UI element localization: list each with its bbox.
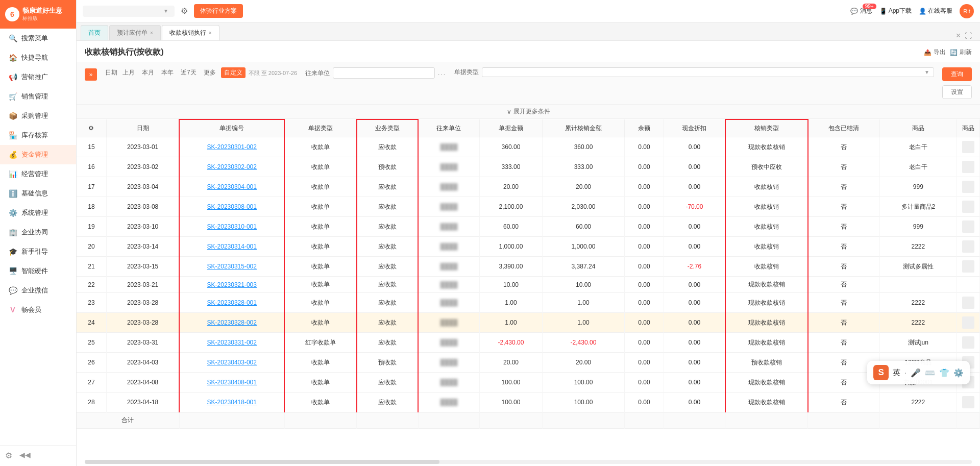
col-partner[interactable]: 往来单位 [418,119,479,137]
cell-sn[interactable]: SK-20230308-001 [179,197,284,217]
filter-last-month[interactable]: 上月 [120,67,137,78]
cell-biztype: 应收款 [357,177,419,197]
sidebar-item-finance[interactable]: 💰 资金管理 [0,145,76,164]
filter-this-month[interactable]: 本月 [140,67,156,78]
floating-widget: S 英 · 🎤 ⌨️ 👕 ⚙️ [867,361,970,384]
col-goods2[interactable]: 商品 [957,119,980,137]
sidebar-item-enterprise[interactable]: 🏢 企业协同 [0,223,76,242]
topbar-search-input[interactable] [87,8,163,15]
col-verifytype[interactable]: 核销类型 [725,119,808,137]
filter-doctype-select[interactable]: ▼ [482,67,934,77]
cell-sn[interactable]: SK-20230321-003 [179,277,284,293]
scrollbar-thumb[interactable] [85,460,439,464]
refresh-button[interactable]: 🔄 刷新 [950,48,972,57]
tab-prepay[interactable]: 预计应付单 × [109,25,161,40]
horizontal-scrollbar[interactable] [85,460,972,464]
sidebar-item-operation[interactable]: 📊 经营管理 [0,164,76,184]
cell-sn[interactable]: SK-20230304-001 [179,177,284,197]
filter-this-year[interactable]: 本年 [159,67,176,78]
table-wrap[interactable]: ⚙ 日期 单据编号 单据类型 业务类型 往来单位 单据金额 累计核销金额 余额 … [77,119,980,460]
topbar-message[interactable]: 💬 消息 99+ [850,7,872,15]
sidebar-item-wechat[interactable]: 💬 企业微信 [0,281,76,300]
sidebar-item-basic[interactable]: ℹ️ 基础信息 [0,184,76,203]
table-row-highlight: 24 2023-03-28 SK-20230328-002 收款单 应收款 ██… [77,313,980,333]
col-discount[interactable]: 现金折扣 [664,119,725,137]
filter-custom[interactable]: 自定义 [221,67,246,78]
mic-icon[interactable]: 🎤 [911,368,921,378]
filter-7days[interactable]: 近7天 [179,67,199,78]
tab-close-all-icon[interactable]: × [956,31,961,40]
tab-verify-close-icon[interactable]: × [209,30,212,36]
setting-button[interactable]: 设置 [942,85,972,99]
cell-sn[interactable]: SK-20230302-002 [179,157,284,177]
cell-amount: 1.00 [479,293,543,313]
col-biztype[interactable]: 业务类型 [357,119,419,137]
col-goods1[interactable]: 商品 [879,119,957,137]
tab-verify[interactable]: 收款核销执行 × [162,25,219,40]
cell-include: 否 [808,217,880,237]
topbar-avatar[interactable]: Rit [960,4,974,18]
sidebar-item-sales[interactable]: 🛒 销售管理 [0,87,76,106]
cell-include: 否 [808,137,880,157]
filter-more[interactable]: 更多 [202,67,218,78]
cell-sn[interactable]: SK-20230408-001 [179,373,284,393]
cell-sn[interactable]: SK-20230418-001 [179,393,284,412]
cell-goods-img [957,293,980,313]
topbar-gear-icon[interactable]: ⚙ [181,6,188,16]
collapse-icon[interactable]: ◀◀ [19,451,30,461]
sidebar-item-inventory[interactable]: 🏪 库存核算 [0,126,76,145]
expand-button[interactable]: ∨ 展开更多条件 [507,107,550,116]
settings-icon[interactable]: ⚙ [5,451,15,461]
sidebar-item-system[interactable]: ⚙️ 系统管理 [0,203,76,223]
cell-sn[interactable]: SK-20230301-002 [179,137,284,157]
tab-prepay-close-icon[interactable]: × [150,30,153,36]
sidebar-item-member[interactable]: V 畅会员 [0,300,76,320]
search-icon: 🔍 [8,34,17,43]
cell-no: 26 [77,353,106,373]
cell-sn[interactable]: SK-20230328-002 [179,313,284,333]
sidebar-bottom: ⚙ ◀◀ [0,445,76,466]
query-button[interactable]: 查询 [942,67,972,81]
keyboard-icon[interactable]: ⌨️ [925,368,935,378]
cell-sn[interactable]: SK-20230403-002 [179,353,284,373]
col-sn[interactable]: 单据编号 [179,119,284,137]
cell-sn[interactable]: SK-20230315-002 [179,257,284,277]
filter-toggle-button[interactable]: » [85,68,97,81]
col-verified[interactable]: 累计核销金额 [543,119,624,137]
cell-sn[interactable]: SK-20230331-002 [179,333,284,353]
sidebar-item-hardware[interactable]: 🖥️ 智能硬件 [0,261,76,281]
col-doctype[interactable]: 单据类型 [284,119,356,137]
cell-date: 2023-03-14 [106,237,179,257]
cell-sn[interactable]: SK-20230314-001 [179,237,284,257]
topbar-online-service[interactable]: 👤 在线客服 [919,7,952,15]
export-button[interactable]: 📤 导出 [924,48,946,57]
cell-partner: ████ [418,373,479,393]
cell-goods: 测试多属性 [879,257,957,277]
col-amount[interactable]: 单据金额 [479,119,543,137]
tools-icon[interactable]: ⚙️ [953,368,964,378]
logo-text-group: 畅康道好生意 标推版 [22,7,62,22]
sidebar-item-newguide[interactable]: 🎓 新手引导 [0,242,76,261]
filter-partner-dots[interactable]: ... [438,69,446,77]
col-gear[interactable]: ⚙ [77,119,106,137]
col-balance[interactable]: 余额 [624,119,664,137]
industry-solution-button[interactable]: 体验行业方案 [194,4,243,18]
cell-biztype: 应收款 [357,373,419,393]
sidebar-item-purchase[interactable]: 📦 采购管理 [0,106,76,126]
cell-sn[interactable]: SK-20230310-001 [179,217,284,237]
sidebar-item-search[interactable]: 🔍 搜索菜单 [0,29,76,48]
col-includeclear[interactable]: 包含已结清 [808,119,880,137]
sales-icon: 🛒 [8,92,17,101]
filter-partner-input[interactable] [333,67,435,79]
col-date[interactable]: 日期 [106,119,179,137]
refresh-label: 刷新 [960,48,972,57]
cell-verified: 333.00 [543,157,624,177]
sidebar-item-label: 新手引导 [21,247,48,256]
sidebar-item-quicknav[interactable]: 🏠 快捷导航 [0,48,76,67]
shirt-icon[interactable]: 👕 [939,368,949,378]
topbar-app-download[interactable]: 📱 App下载 [879,7,912,15]
cell-sn[interactable]: SK-20230328-001 [179,293,284,313]
tab-expand-icon[interactable]: ⛶ [965,32,972,40]
tab-home[interactable]: 首页 [81,25,108,40]
sidebar-item-marketing[interactable]: 📢 营销推广 [0,67,76,87]
